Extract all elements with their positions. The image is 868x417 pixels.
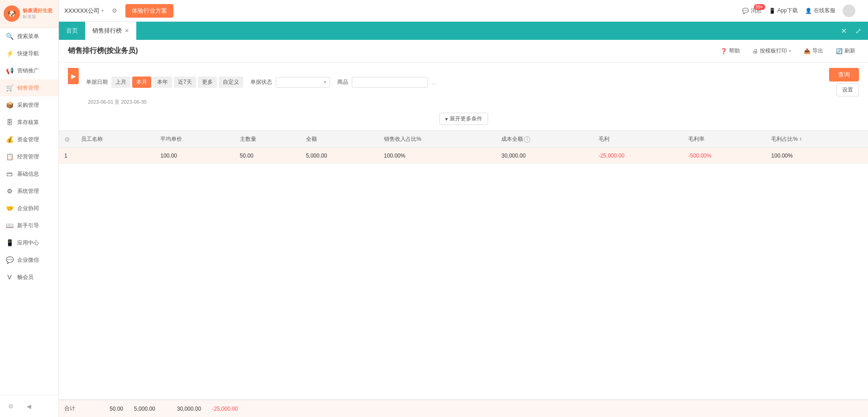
- sidebar-item-0[interactable]: 🔍搜索菜单: [0, 28, 58, 45]
- goods-input[interactable]: [352, 77, 428, 88]
- sidebar-settings-btn[interactable]: ⚙: [4, 399, 18, 413]
- message-badge: 99+: [754, 4, 765, 10]
- sidebar-item-5[interactable]: 🗄库存核算: [0, 114, 58, 131]
- cell-amount-0: 5,000.00: [301, 148, 379, 164]
- sidebar-item-4[interactable]: 📦采购管理: [0, 96, 58, 114]
- sidebar-item-2[interactable]: 📢营销推广: [0, 62, 58, 79]
- date-btn-近7天[interactable]: 近7天: [174, 77, 196, 88]
- sidebar-item-6[interactable]: 💰资金管理: [0, 131, 58, 148]
- refresh-btn[interactable]: 🔄 刷新: [832, 45, 859, 57]
- sidebar-item-3[interactable]: 🛒销售管理: [0, 79, 58, 96]
- export-btn[interactable]: 📤 导出: [800, 45, 827, 57]
- sidebar-item-7[interactable]: 📋经营管理: [0, 148, 58, 165]
- filter-ellipsis[interactable]: …: [432, 79, 437, 86]
- print-btn[interactable]: 🖨 按模板打印 ▾: [749, 45, 795, 57]
- refresh-icon: 🔄: [836, 48, 843, 54]
- main-area: XXXXXX公司 ▾ ⚙ 体验行业方案 💬 消息 99+ 📱 App下载 👤 在…: [59, 0, 868, 417]
- date-label: 单据日期: [86, 78, 108, 86]
- topbar-right: 💬 消息 99+ 📱 App下载 👤 在线客服: [742, 5, 863, 17]
- sidebar-item-14[interactable]: V畅会员: [0, 268, 58, 286]
- sidebar-item-8[interactable]: 🗃基础信息: [0, 165, 58, 182]
- sidebar-label-9: 系统管理: [17, 187, 39, 195]
- sidebar-icon-13: 💬: [5, 256, 14, 264]
- service-label: 在线客服: [814, 7, 835, 14]
- date-buttons: 上月本月本年近7天更多自定义: [111, 77, 243, 88]
- tab-close-all-btn[interactable]: ✕: [837, 24, 850, 37]
- expand-filter-btn[interactable]: ▾ 展开更多条件: [439, 113, 488, 125]
- sort-icon-gross_pct[interactable]: ⬆: [799, 137, 802, 142]
- app-icon: 📱: [769, 8, 776, 14]
- date-btn-自定义[interactable]: 自定义: [219, 77, 243, 88]
- date-btn-本月[interactable]: 本月: [132, 77, 151, 88]
- expand-label: 展开更多条件: [450, 115, 482, 123]
- sidebar-icon-1: ⚡: [5, 49, 14, 58]
- footer-amount: 5,000.00: [129, 406, 161, 412]
- company-dropdown-icon: ▾: [101, 8, 104, 13]
- sidebar-label-5: 库存核算: [17, 119, 39, 126]
- col-header-amount: 全额: [301, 131, 379, 148]
- sidebar-item-12[interactable]: 📱应用中心: [0, 234, 58, 251]
- sidebar-item-9[interactable]: ⚙系统管理: [0, 182, 58, 200]
- tab-expand-btn[interactable]: ⤢: [852, 24, 864, 37]
- filter-right-btns: 查询 设置: [829, 68, 859, 96]
- sidebar-label-14: 畅会员: [17, 273, 34, 281]
- col-header-gross: 毛利: [593, 131, 683, 148]
- refresh-label: 刷新: [844, 47, 855, 55]
- query-button[interactable]: 查询: [829, 68, 859, 81]
- cell-name-0: [76, 148, 155, 164]
- tab-label-1: 销售排行榜: [92, 27, 122, 35]
- tab-label-0: 首页: [66, 27, 78, 35]
- page-title: 销售排行榜(按业务员): [68, 46, 138, 56]
- sidebar-label-3: 销售管理: [17, 84, 39, 92]
- sidebar-icon-12: 📱: [5, 239, 14, 247]
- service-icon: 👤: [805, 8, 812, 14]
- help-btn[interactable]: ❓ 帮助: [717, 45, 743, 57]
- sidebar-label-13: 企业微信: [17, 256, 39, 264]
- trial-button[interactable]: 体验行业方案: [125, 4, 173, 18]
- footer-cost: 30,000.00: [172, 406, 206, 412]
- company-selector[interactable]: XXXXXX公司 ▾: [64, 7, 104, 15]
- info-icon-cost[interactable]: i: [524, 136, 530, 143]
- date-btn-本年[interactable]: 本年: [153, 77, 172, 88]
- status-select[interactable]: [276, 77, 330, 88]
- sidebar-item-10[interactable]: 🤝企业协同: [0, 200, 58, 217]
- tab-close-1[interactable]: ✕: [125, 28, 129, 34]
- date-btn-更多[interactable]: 更多: [198, 77, 217, 88]
- tab-end-buttons: ✕ ⤢: [834, 24, 868, 37]
- service-btn[interactable]: 👤 在线客服: [805, 7, 835, 14]
- col-header-index: ⚙: [59, 131, 76, 148]
- footer-name: [82, 406, 93, 412]
- app-download-btn[interactable]: 📱 App下载: [769, 7, 798, 14]
- sidebar-item-13[interactable]: 💬企业微信: [0, 251, 58, 268]
- sidebar-label-4: 采购管理: [17, 101, 39, 109]
- print-dropdown-icon: ▾: [789, 48, 791, 53]
- date-filter: 单据日期 上月本月本年近7天更多自定义: [86, 77, 243, 88]
- footer-gross-rate: [244, 406, 254, 412]
- settings-icon[interactable]: ⚙: [108, 5, 121, 17]
- date-btn-上月[interactable]: 上月: [111, 77, 130, 88]
- help-icon: ❓: [720, 48, 727, 54]
- tab-1[interactable]: 销售排行榜✕: [85, 22, 136, 40]
- filter-row-1: 单据日期 上月本月本年近7天更多自定义 单据状态: [86, 68, 859, 96]
- cell-sales_pct-0: 100.00%: [379, 148, 496, 164]
- data-table: ⚙员工名称平均单价主数量全额销售收入占比%成本全额i毛利毛利率毛利占比%⬆ 11…: [59, 131, 868, 164]
- table-body: 1100.0050.005,000.00100.00%30,000.00-25,…: [59, 148, 868, 164]
- sidebar-item-1[interactable]: ⚡快捷导航: [0, 45, 58, 62]
- sidebar-logo: 🐶 畅康通好生意 标准版: [0, 0, 58, 28]
- sidebar-label-6: 资金管理: [17, 136, 39, 144]
- page-actions: ❓ 帮助 🖨 按模板打印 ▾ 📤 导出 🔄 刷新: [717, 45, 859, 57]
- settings-button[interactable]: 设置: [836, 83, 859, 96]
- sidebar-label-10: 企业协同: [17, 205, 39, 212]
- sidebar-collapse-btn[interactable]: ◀: [22, 399, 36, 413]
- avatar[interactable]: [843, 5, 855, 17]
- logo-text: 畅康通好生意: [23, 7, 53, 14]
- filter-collapse-btn[interactable]: ▶: [68, 68, 79, 84]
- column-settings-icon[interactable]: ⚙: [64, 136, 70, 143]
- tab-0[interactable]: 首页: [59, 22, 85, 40]
- message-btn[interactable]: 💬 消息 99+: [742, 7, 762, 14]
- logo-sub: 标准版: [23, 14, 53, 20]
- sidebar-icon-5: 🗄: [5, 118, 14, 126]
- sidebar-item-11[interactable]: 📖新手引导: [0, 217, 58, 234]
- cell-gross-0: -25,000.00: [593, 148, 683, 164]
- col-header-name: 员工名称: [76, 131, 155, 148]
